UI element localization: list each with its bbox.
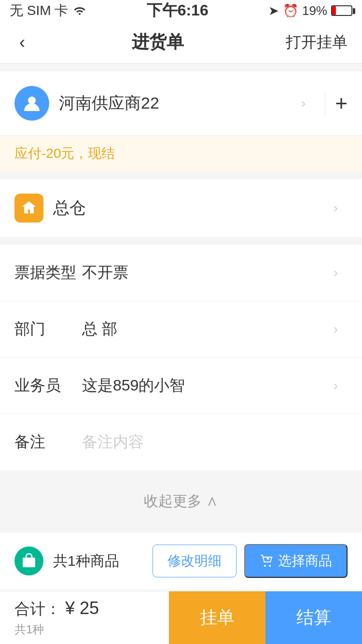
supplier-row[interactable]: 河南供应商22 › + (0, 71, 362, 136)
invoice-label: 票据类型 (14, 262, 82, 283)
invoice-chevron-icon: › (334, 265, 338, 280)
home-icon (21, 200, 37, 216)
department-chevron-icon: › (334, 322, 338, 337)
svg-point-0 (28, 97, 36, 104)
form-section: 票据类型 不开票 › 部门 总 部 › 业务员 这是859的小智 › 备注 备注… (0, 245, 362, 470)
select-product-label: 选择商品 (278, 552, 332, 570)
warehouse-row[interactable]: 总仓 › (0, 179, 362, 237)
warehouse-icon (14, 194, 43, 223)
department-value: 总 部 (82, 319, 334, 340)
back-button[interactable]: ‹ (14, 28, 30, 57)
supplier-info-banner: 应付-20元，现结 (0, 136, 362, 171)
checkout-button[interactable]: 结算 (265, 591, 362, 644)
salesperson-label: 业务员 (14, 375, 82, 396)
salesperson-value: 这是859的小智 (82, 375, 334, 396)
warehouse-name: 总仓 (53, 197, 334, 219)
supplier-chevron-icon: › (301, 96, 306, 111)
status-time: 下午6:16 (147, 0, 209, 21)
divider (325, 91, 325, 115)
select-product-button[interactable]: 选择商品 (244, 544, 348, 578)
department-row[interactable]: 部门 总 部 › (0, 301, 362, 358)
collapse-row[interactable]: 收起更多 ∧ (0, 478, 362, 525)
total-count: 共1种 (14, 622, 154, 637)
total-label: 合计： (14, 600, 61, 617)
add-supplier-button[interactable]: + (335, 91, 348, 115)
products-header: 共1种商品 修改明细 选择商品 (0, 532, 362, 589)
supplier-section: 河南供应商22 › + 应付-20元，现结 (0, 71, 362, 171)
collapse-label: 收起更多 ∧ (144, 493, 218, 509)
alarm-icon: ⏰ (283, 3, 298, 18)
warehouse-chevron-icon: › (334, 200, 338, 216)
salesperson-row[interactable]: 业务员 这是859的小智 › (0, 358, 362, 414)
modify-detail-button[interactable]: 修改明细 (153, 545, 237, 577)
battery-icon (331, 5, 352, 16)
remarks-row[interactable]: 备注 备注内容 (0, 414, 362, 470)
total-section: 合计： ¥ 25 共1种 (0, 598, 169, 637)
page-title: 进货单 (132, 30, 184, 54)
status-bar: 无 SIM 卡 下午6:16 ➤ ⏰ 19% (0, 0, 362, 21)
cart-icon (260, 554, 273, 568)
carrier-text: 无 SIM 卡 (10, 1, 68, 20)
product-count-text: 共1种商品 (53, 551, 153, 571)
invoice-row[interactable]: 票据类型 不开票 › (0, 245, 362, 301)
status-left: 无 SIM 卡 (10, 1, 86, 20)
svg-rect-1 (23, 558, 35, 567)
svg-point-3 (269, 565, 271, 567)
wifi-icon (73, 3, 86, 18)
bag-icon (21, 553, 37, 569)
hang-button[interactable]: 挂单 (169, 591, 265, 644)
supplier-avatar (14, 86, 49, 121)
nav-bar: ‹ 进货单 打开挂单 (0, 21, 362, 64)
total-amount-row: 合计： ¥ 25 (14, 598, 154, 620)
supplier-name: 河南供应商22 (59, 92, 301, 114)
person-icon (22, 94, 42, 113)
invoice-value: 不开票 (82, 262, 334, 283)
svg-point-2 (264, 565, 266, 567)
department-label: 部门 (14, 319, 82, 340)
battery-text: 19% (302, 3, 327, 18)
product-count-icon (14, 546, 43, 575)
total-amount: ¥ 25 (65, 598, 99, 618)
location-icon: ➤ (268, 3, 279, 18)
remarks-label: 备注 (14, 432, 82, 453)
bottom-bar: 合计： ¥ 25 共1种 挂单 结算 (0, 591, 362, 644)
remarks-placeholder[interactable]: 备注内容 (82, 432, 348, 453)
salesperson-chevron-icon: › (334, 378, 338, 393)
warehouse-section: 总仓 › (0, 179, 362, 237)
open-hang-button[interactable]: 打开挂单 (286, 32, 348, 53)
status-right: ➤ ⏰ 19% (268, 3, 352, 18)
